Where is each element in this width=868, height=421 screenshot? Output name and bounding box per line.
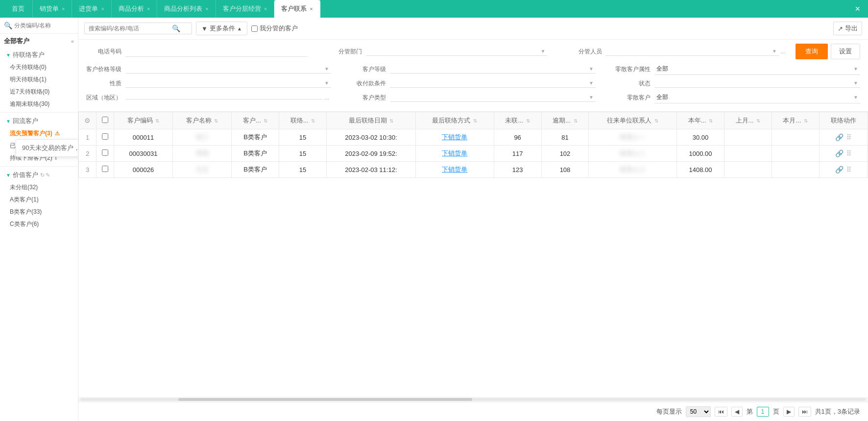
search-input[interactable]	[89, 25, 172, 32]
tab-customer-tier-close[interactable]: ×	[264, 6, 267, 12]
value-refresh-icon[interactable]: ↻	[40, 172, 45, 178]
col-this-year[interactable]: 本年... ⇅	[677, 112, 724, 129]
payment-arrow: ▼	[589, 80, 594, 86]
table-container: ⚙ 客户编码 ⇅ 客户名称 ⇅ 客户... ⇅ 联络... ⇅ 最后联络日期 ⇅…	[78, 112, 868, 397]
payment-select[interactable]: ▼	[390, 79, 596, 88]
status-select[interactable]: ▼	[654, 79, 860, 88]
sidebar-collapse-icon[interactable]: «	[71, 38, 74, 44]
row-action-1: 🔗 ⠿	[819, 129, 868, 146]
tab-customer-contact-close[interactable]: ×	[310, 6, 313, 12]
page-label: 第	[747, 407, 753, 416]
tab-product-analysis[interactable]: 商品分析 ×	[112, 0, 157, 18]
my-customers-checkbox[interactable]	[251, 25, 258, 32]
scrollbar-thumb[interactable]	[178, 398, 472, 401]
customer-type-arrow: ▼	[589, 95, 594, 100]
search-button[interactable]: 🔍	[172, 25, 180, 32]
col-last-month[interactable]: 上月... ⇅	[724, 112, 772, 129]
tooltip-popup: 90天未交易的客户，可能有流失风险。	[16, 139, 78, 157]
retail-attr-select[interactable]: 全部 ▼	[654, 63, 860, 75]
region-select[interactable]	[125, 96, 322, 99]
gear-icon[interactable]: ⚙	[84, 117, 91, 124]
tab-purchase-close[interactable]: ×	[101, 6, 104, 12]
tab-sales[interactable]: 销货单 ×	[33, 0, 72, 18]
col-overdue[interactable]: 逾期... ⇅	[541, 112, 589, 129]
last-page-btn[interactable]: ⏭	[798, 407, 811, 417]
export-button[interactable]: ↗ 导出	[833, 22, 862, 35]
sidebar-item-7days[interactable]: 近7天待联络(0)	[0, 86, 78, 98]
sidebar-item-a-class[interactable]: A类客户(1)	[0, 194, 78, 206]
tab-sales-close[interactable]: ×	[62, 6, 65, 12]
tab-customer-contact[interactable]: 客户联系 ×	[274, 0, 320, 18]
row-action-3: 🔗 ⠿	[819, 162, 868, 178]
value-edit-icon[interactable]: ✎	[46, 172, 50, 178]
more-conditions-button[interactable]: ▼ 更多条件 ▲	[196, 22, 247, 35]
price-level-select[interactable]: ▼	[125, 65, 331, 74]
row-last-method-2[interactable]: 下销货单	[415, 146, 494, 162]
person-more-btn[interactable]: ...	[779, 48, 788, 55]
sort-icon-code: ⇅	[155, 118, 159, 124]
nature-select[interactable]: ▼	[125, 79, 331, 88]
phone-input[interactable]	[125, 47, 307, 57]
sidebar-item-today[interactable]: 今天待联络(0)	[0, 61, 78, 74]
filter-retail-customer: 零散客户 全部 ▼	[615, 92, 860, 103]
setting-button[interactable]: 设置	[831, 44, 860, 59]
sidebar-all-customers[interactable]: 全部客户 «	[0, 34, 78, 49]
row-3-checkbox[interactable]	[102, 166, 108, 172]
sidebar-item-overdue[interactable]: 逾期未联络(30)	[0, 98, 78, 110]
region-more-btn[interactable]: ...	[322, 94, 331, 101]
sidebar-group-pending[interactable]: ▼ 待联络客户	[0, 49, 78, 61]
row-last-method-3[interactable]: 下销货单	[415, 162, 494, 178]
tab-product-list[interactable]: 商品分析列表 ×	[157, 0, 216, 18]
col-last-method[interactable]: 最后联络方式 ⇅	[415, 112, 494, 129]
sidebar-item-c-class[interactable]: C类客户(6)	[0, 218, 78, 230]
my-customers-checkbox-label[interactable]: 我分管的客户	[251, 24, 298, 33]
action-grid-icon-3[interactable]: ⠿	[846, 166, 851, 173]
row-1-checkbox[interactable]	[102, 133, 108, 140]
col-unit-contact[interactable]: 往来单位联系人 ⇅	[589, 112, 677, 129]
action-link-icon-2[interactable]: 🔗	[835, 149, 844, 157]
sidebar-group-churn[interactable]: ▼ 回流客户	[0, 115, 78, 127]
row-unlink-2: 117	[494, 146, 541, 162]
scrollbar-track[interactable]	[80, 398, 866, 401]
tab-product-list-close[interactable]: ×	[205, 6, 208, 12]
prev-page-btn[interactable]: ◀	[731, 407, 743, 417]
retail-customer-select[interactable]: 全部 ▼	[654, 92, 860, 103]
per-page-select[interactable]: 50 100 200	[686, 406, 711, 417]
col-type[interactable]: 客户... ⇅	[232, 112, 279, 129]
sort-icon-year: ⇅	[709, 118, 713, 124]
select-all-checkbox[interactable]	[102, 117, 108, 123]
row-2-checkbox[interactable]	[102, 149, 108, 156]
sidebar-item-tomorrow[interactable]: 明天待联络(1)	[0, 74, 78, 86]
customer-level-select[interactable]: ▼	[390, 65, 596, 74]
col-this-month[interactable]: 本月... ⇅	[772, 112, 819, 129]
sidebar-item-b-class[interactable]: B类客户(33)	[0, 206, 78, 218]
action-grid-icon-1[interactable]: ⠿	[846, 133, 851, 141]
sidebar-item-churn-warning[interactable]: 流失预警客户(3) ⚠	[0, 127, 78, 140]
person-select[interactable]: ▼	[606, 47, 779, 56]
customer-type-select[interactable]: ▼	[390, 93, 596, 102]
sidebar-item-ungrouped[interactable]: 未分组(32)	[0, 181, 78, 194]
first-page-btn[interactable]: ⏮	[715, 407, 727, 417]
row-last-method-1[interactable]: 下销货单	[415, 129, 494, 146]
window-close-icon[interactable]: ×	[851, 4, 864, 14]
sidebar-search-area: 🔍	[0, 18, 78, 34]
sidebar-group-value[interactable]: ▼ 价值客户 ↻ ✎	[0, 169, 78, 181]
col-name[interactable]: 客户名称 ⇅	[173, 112, 232, 129]
col-last-date[interactable]: 最后联络日期 ⇅	[326, 112, 415, 129]
col-contact[interactable]: 联络... ⇅	[279, 112, 326, 129]
query-button[interactable]: 查询	[796, 44, 828, 59]
tab-product-analysis-close[interactable]: ×	[147, 6, 150, 12]
horizontal-scrollbar[interactable]	[78, 397, 868, 402]
col-code[interactable]: 客户编码 ⇅	[114, 112, 173, 129]
filter-row-4: 区域（地区） ... 客户类型 ▼ 零散客户 全部	[86, 92, 860, 103]
next-page-btn[interactable]: ▶	[783, 407, 795, 417]
action-link-icon-1[interactable]: 🔗	[835, 133, 844, 141]
action-link-icon-3[interactable]: 🔗	[835, 166, 844, 173]
tab-purchase[interactable]: 进货单 ×	[72, 0, 111, 18]
tab-home[interactable]: 首页	[4, 0, 33, 18]
col-unlink-days[interactable]: 未联... ⇅	[494, 112, 541, 129]
tab-customer-tier[interactable]: 客户分层经营 ×	[216, 0, 274, 18]
dept-select[interactable]: ▼	[366, 47, 548, 56]
action-grid-icon-2[interactable]: ⠿	[846, 149, 851, 157]
sidebar-search-input[interactable]	[14, 22, 74, 29]
